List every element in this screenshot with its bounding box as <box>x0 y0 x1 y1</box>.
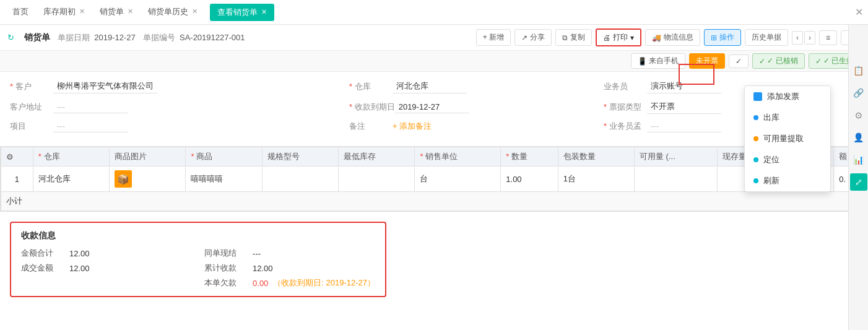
product-image: 📦 <box>115 170 132 188</box>
owe-value: 0.00 <box>253 279 268 288</box>
print-button[interactable]: 🖨 打印 ▾ <box>596 28 641 46</box>
col-product: 商品 <box>186 147 262 167</box>
doc-icon: ↻ <box>7 33 14 42</box>
row-pack-qty: 1台 <box>558 167 634 192</box>
share-button[interactable]: ↗ 分享 <box>514 29 552 46</box>
open-ticket-button[interactable]: 未开票 <box>689 53 725 69</box>
salesman-value[interactable]: --- <box>647 120 721 132</box>
number-value: SA-20191227-001 <box>180 33 245 42</box>
project-label: 项目 <box>10 121 53 132</box>
view1-button[interactable]: ≡ <box>819 30 837 45</box>
main-container: ↻ 销货单 单据日期 2019-12-27 单据编号 SA-20191227-0… <box>0 25 868 330</box>
form-row-1: 客户 柳州粤港平安气体有限公司 仓库 河北仓库 业务员 演示账号 <box>10 79 858 93</box>
nav-arrows: ‹ › <box>792 31 815 45</box>
row-min-stock <box>339 167 415 192</box>
form-area: 客户 柳州粤港平安气体有限公司 仓库 河北仓库 业务员 演示账号 客户地址 --… <box>0 72 868 146</box>
dropdown-available[interactable]: 可用量提取 <box>745 128 830 149</box>
tab-bar-right: ✕ <box>855 6 863 18</box>
salesman-label: 业务员孟 <box>604 121 647 132</box>
check-icon-btn[interactable]: ✓ <box>729 54 749 68</box>
total-value: 12.00 <box>69 249 90 258</box>
tab-history-close[interactable]: ✕ <box>192 7 197 15</box>
customer-value[interactable]: 柳州粤港平安气体有限公司 <box>53 79 157 93</box>
copy-label: 复制 <box>570 32 585 43</box>
sidebar-icon-2[interactable]: 🔗 <box>850 84 867 102</box>
col-quantity: 数量 <box>501 147 558 167</box>
cumulative-value: 12.00 <box>253 264 273 273</box>
note-field: 备注 添加备注 <box>349 121 604 132</box>
copy-icon: ⧉ <box>562 33 568 42</box>
open-ticket-label: 未开票 <box>696 56 718 66</box>
print-label: 打印 <box>613 32 628 43</box>
checked-icon: ✓ <box>759 57 765 66</box>
sidebar-icon-5[interactable]: 📊 <box>850 151 867 168</box>
sidebar-icon-1[interactable]: 📋 <box>850 62 867 79</box>
cumulative-label: 累计收款 <box>204 263 248 274</box>
staff-label: 业务员 <box>604 81 647 92</box>
tab-sales[interactable]: 销货单 ✕ <box>92 0 141 25</box>
tab-view-close[interactable]: ✕ <box>261 8 267 16</box>
tab-sales-close[interactable]: ✕ <box>128 7 133 15</box>
history-label: 历史单据 <box>752 32 781 43</box>
copy-button[interactable]: ⧉ 复制 <box>555 29 592 46</box>
phone-button[interactable]: 📱 来自手机 <box>631 53 685 69</box>
sidebar-icon-4[interactable]: 👤 <box>850 129 867 146</box>
due-date-field: 收款到期日 2019-12-27 <box>349 101 604 113</box>
number-meta: 单据编号 SA-20191227-001 <box>143 32 245 43</box>
history-button[interactable]: 历史单据 <box>745 29 788 46</box>
deal-label: 成交金额 <box>21 263 64 274</box>
dropdown-outbound[interactable]: 出库 <box>745 107 830 128</box>
checked-button[interactable]: ✓ ✓ 已核销 <box>752 53 804 69</box>
tab-stock-close[interactable]: ✕ <box>79 7 85 15</box>
warehouse-value[interactable]: 河北仓库 <box>393 79 467 93</box>
payment-grid: 金额合计 12.00 同单现结 --- 成交金额 12.00 累计收款 12.0… <box>21 248 375 289</box>
available-icon <box>753 136 758 141</box>
dropdown-locate[interactable]: 定位 <box>745 149 830 170</box>
customer-field: 客户 柳州粤港平安气体有限公司 <box>10 79 349 93</box>
window-close-button[interactable]: ✕ <box>855 7 863 17</box>
project-field: 项目 --- <box>10 120 349 132</box>
due-date-value[interactable]: 2019-12-27 <box>395 101 469 113</box>
phone-label: 来自手机 <box>649 56 679 66</box>
row-spec <box>262 167 338 192</box>
same-order-label: 同单现结 <box>204 248 248 259</box>
date-value: 2019-12-27 <box>94 33 136 42</box>
ticket-value[interactable]: 不开票 <box>647 100 721 114</box>
sidebar-icon-3[interactable]: ⊙ <box>850 106 867 124</box>
col-image: 商品图片 <box>110 147 186 167</box>
ticket-label: 票据类型 <box>604 102 647 113</box>
note-label: 备注 <box>349 121 393 132</box>
address-value[interactable]: --- <box>53 101 128 113</box>
new-button[interactable]: + 新增 <box>476 29 511 46</box>
share-label: 分享 <box>530 32 545 43</box>
dropdown-add-invoice[interactable]: 添加发票 <box>745 86 830 107</box>
col-available: 可用量 (... <box>634 147 717 167</box>
operation-button[interactable]: ⊞ 操作 <box>704 29 741 46</box>
locate-label: 定位 <box>763 154 779 165</box>
refresh-icon <box>753 178 758 183</box>
nav-next-button[interactable]: › <box>804 31 815 45</box>
dropdown-refresh[interactable]: 刷新 <box>745 170 830 191</box>
payment-section: 收款信息 金额合计 12.00 同单现结 --- 成交金额 12.00 <box>0 212 868 307</box>
date-meta: 单据日期 2019-12-27 <box>58 32 136 43</box>
print-dropdown-icon: ▾ <box>630 33 634 42</box>
number-label: 单据编号 <box>143 33 175 42</box>
tab-view[interactable]: 查看销货单 ✕ <box>210 4 274 21</box>
project-value[interactable]: --- <box>53 120 128 132</box>
tab-home[interactable]: 首页 <box>5 0 36 25</box>
row-quantity: 1.00 <box>501 167 558 192</box>
available-label: 可用量提取 <box>763 133 804 144</box>
logistics-button[interactable]: 🚚 物流信息 <box>645 29 700 46</box>
check-icon: ✓ <box>736 57 742 66</box>
nav-prev-button[interactable]: ‹ <box>792 31 803 45</box>
operation-label: 操作 <box>719 32 734 43</box>
data-table-wrapper: ⚙ 仓库 商品图片 商品 规格型号 最低库存 销售单位 数量 包装数量 可用量 … <box>0 146 868 212</box>
tab-stock[interactable]: 库存期初 ✕ <box>36 0 92 25</box>
logistics-label: 物流信息 <box>664 32 693 43</box>
tab-history[interactable]: 销货单历史 ✕ <box>141 0 205 25</box>
sidebar-icon-expand[interactable]: ⤢ <box>850 173 867 191</box>
owe-label: 本单欠款 <box>204 277 248 289</box>
total-label: 金额合计 <box>21 248 64 259</box>
add-note-button[interactable]: 添加备注 <box>393 121 432 132</box>
address-field: 客户地址 --- <box>10 101 349 113</box>
